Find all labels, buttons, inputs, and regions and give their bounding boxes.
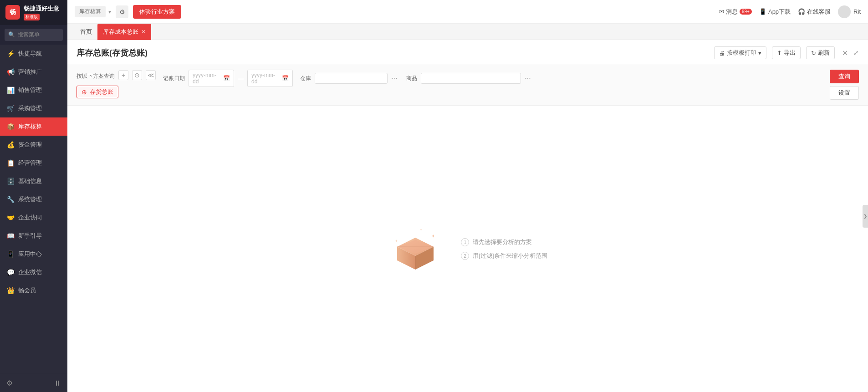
expand-icon[interactable]: ⤢ <box>853 49 859 56</box>
warehouse-input[interactable] <box>315 73 388 84</box>
page-header-actions: 🖨 按模板打印 ▾ ⬆ 导出 ↻ 刷新 ✕ ⤢ <box>714 46 859 59</box>
nav-label-marketing: 营销推广 <box>18 68 42 76</box>
query-btn[interactable]: 查询 <box>830 70 859 83</box>
nav-icon-sales: 📊 <box>6 86 15 94</box>
user-avatar <box>838 5 851 18</box>
nav-icon-wechat: 💬 <box>6 268 15 276</box>
export-label: 导出 <box>784 49 796 57</box>
nav-icon-corp: 🤝 <box>6 214 15 222</box>
page-area: 库存总账(存货总账) 🖨 按模板打印 ▾ ⬆ 导出 ↻ 刷新 ✕ ⤢ <box>67 40 868 392</box>
settings-icon[interactable]: ⚙ <box>6 379 13 387</box>
nav-icon-marketing: 📢 <box>6 68 15 76</box>
empty-box-svg: ✦ ✦ ✦ <box>388 222 443 276</box>
filter-scheme[interactable]: ⊕ 存货总账 <box>77 86 118 98</box>
sidebar-item-basic[interactable]: 🗄️ 基础信息 <box>0 172 67 190</box>
sidebar-item-appstore[interactable]: 📱 应用中心 <box>0 245 67 263</box>
print-btn[interactable]: 🖨 按模板打印 ▾ <box>714 46 766 59</box>
sidebar-item-operation[interactable]: 📋 经营管理 <box>0 154 67 172</box>
topbar: 库存核算 ▾ ⚙ 体验行业方案 ✉ 消息 99+ 📱 App下载 🎧 在线客服 … <box>67 0 868 24</box>
page-title: 库存总账(存货总账) <box>77 47 148 58</box>
date-start-input[interactable]: yyyy-mm-dd 📅 <box>189 70 234 87</box>
sidebar-item-inventory[interactable]: 📦 库存核算 <box>0 117 67 136</box>
app-label: App下载 <box>768 8 791 16</box>
nav-label-basic: 基础信息 <box>18 177 42 185</box>
action-btns: 查询 设置 <box>830 70 859 100</box>
filter-collapse-btn[interactable]: ≪ <box>146 70 156 80</box>
user-area[interactable]: Rit <box>838 5 861 18</box>
nav-icon-basic: 🗄️ <box>6 177 15 185</box>
warehouse-label: 仓库 <box>300 75 311 82</box>
svg-text:✦: ✦ <box>420 229 422 231</box>
sidebar-item-sales[interactable]: 📊 销售管理 <box>0 81 67 99</box>
export-btn[interactable]: ⬆ 导出 <box>772 46 801 59</box>
logo-area: 畅 畅捷通好生意 标准版 <box>0 0 67 25</box>
nav-label-inventory: 库存核算 <box>18 122 42 131</box>
filter-label: 按以下方案查询 <box>77 70 115 80</box>
message-btn[interactable]: ✉ 消息 99+ <box>719 8 752 16</box>
user-name: Rit <box>853 8 861 15</box>
tip-item-2: 2 用[过滤]条件来缩小分析范围 <box>461 252 547 260</box>
online-support-btn[interactable]: 🎧 在线客服 <box>798 8 831 16</box>
svg-text:✦: ✦ <box>395 239 398 243</box>
collapse-icon[interactable]: ⏸ <box>54 379 61 387</box>
sidebar-item-member[interactable]: 👑 畅会员 <box>0 281 67 300</box>
empty-illustration: ✦ ✦ ✦ <box>388 222 443 276</box>
sidebar-item-system[interactable]: 🔧 系统管理 <box>0 190 67 209</box>
date-separator: — <box>238 75 244 82</box>
calendar-icon-end[interactable]: 📅 <box>282 75 289 81</box>
filter-add-btn[interactable]: + <box>118 70 128 80</box>
warehouse-more-btn[interactable]: ··· <box>389 74 399 82</box>
filter-settings-btn[interactable]: ⊙ <box>132 70 142 80</box>
date-end-input[interactable]: yyyy-mm-dd 📅 <box>247 70 293 87</box>
tab-home-label: 首页 <box>80 28 92 36</box>
settings-page-btn[interactable]: 设置 <box>830 86 859 100</box>
sidebar-item-finance[interactable]: 💰 资金管理 <box>0 136 67 154</box>
date-end-placeholder: yyyy-mm-dd <box>251 72 278 85</box>
nav-icon-operation: 📋 <box>6 159 15 167</box>
sidebar-item-wechat[interactable]: 💬 企业微信 <box>0 263 67 281</box>
breadcrumb-dropdown[interactable]: ▾ <box>108 9 111 15</box>
app-download-btn[interactable]: 📱 App下载 <box>759 8 791 16</box>
empty-tips: 1 请先选择要分析的方案 2 用[过滤]条件来缩小分析范围 <box>461 238 547 260</box>
export-icon: ⬆ <box>777 50 782 56</box>
nav-label-purchase: 采购管理 <box>18 104 42 112</box>
sidebar-item-guide[interactable]: 📖 新手引导 <box>0 227 67 245</box>
goods-more-btn[interactable]: ··· <box>523 74 532 82</box>
page-header: 库存总账(存货总账) 🖨 按模板打印 ▾ ⬆ 导出 ↻ 刷新 ✕ ⤢ <box>67 40 868 64</box>
calendar-icon-start[interactable]: 📅 <box>223 75 230 81</box>
support-label: 在线客服 <box>807 8 831 16</box>
tab-inventory-cost[interactable]: 库存成本总账 ✕ <box>97 24 151 40</box>
breadcrumb: 库存核算 <box>75 6 106 17</box>
topbar-left: 库存核算 ▾ ⚙ 体验行业方案 <box>75 5 719 19</box>
tab-bar: 首页 库存成本总账 ✕ <box>67 24 868 40</box>
refresh-btn[interactable]: ↻ 刷新 <box>806 46 835 59</box>
industry-btn[interactable]: 体验行业方案 <box>133 5 181 19</box>
printer-icon: 🖨 <box>719 50 725 56</box>
print-dropdown-icon[interactable]: ▾ <box>758 50 761 56</box>
nav-icon-member: 👑 <box>6 286 15 295</box>
topbar-settings-btn[interactable]: ⚙ <box>116 5 128 18</box>
nav-icon-appstore: 📱 <box>6 250 15 258</box>
main-content: 库存核算 ▾ ⚙ 体验行业方案 ✉ 消息 99+ 📱 App下载 🎧 在线客服 … <box>67 0 868 392</box>
sidebar-nav: ⚡ 快捷导航 📢 营销推广 📊 销售管理 🛒 采购管理 📦 库存核算 💰 资金管… <box>0 45 67 374</box>
tip-item-1: 1 请先选择要分析的方案 <box>461 238 547 246</box>
right-panel-toggle[interactable]: ❯ <box>863 205 868 228</box>
sidebar-item-quick-nav[interactable]: ⚡ 快捷导航 <box>0 45 67 63</box>
sidebar-search-btn[interactable]: 🔍 搜索菜单 <box>5 29 63 41</box>
sidebar: 畅 畅捷通好生意 标准版 🔍 搜索菜单 ⚡ 快捷导航 📢 营销推广 📊 销售管理… <box>0 0 67 392</box>
nav-label-wechat: 企业微信 <box>18 268 42 276</box>
nav-label-member: 畅会员 <box>18 286 36 295</box>
date-start-placeholder: yyyy-mm-dd <box>193 72 220 85</box>
nav-icon-system: 🔧 <box>6 195 15 204</box>
sidebar-item-corp[interactable]: 🤝 企业协同 <box>0 209 67 227</box>
tab-close-btn[interactable]: ✕ <box>141 29 146 35</box>
sidebar-item-marketing[interactable]: 📢 营销推广 <box>0 63 67 81</box>
sidebar-search-area[interactable]: 🔍 搜索菜单 <box>0 25 67 45</box>
close-panel-btn[interactable]: ✕ <box>842 49 848 57</box>
sidebar-item-purchase[interactable]: 🛒 采购管理 <box>0 99 67 117</box>
nav-label-finance: 资金管理 <box>18 141 42 149</box>
tab-home[interactable]: 首页 <box>75 24 97 40</box>
message-badge: 99+ <box>740 9 752 15</box>
warehouse-input-group: ··· <box>315 73 399 84</box>
goods-input[interactable] <box>421 73 521 84</box>
